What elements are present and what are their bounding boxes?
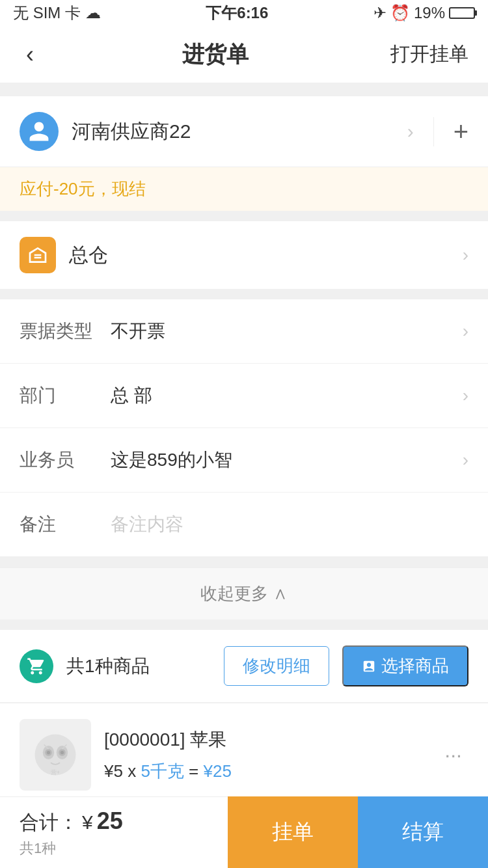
status-bar: 无 SIM 卡 ☁ 下午6:16 ✈ ⏰ 19% (0, 0, 488, 26)
product-price: ¥5 x 5千克 = ¥25 (104, 760, 425, 783)
product-count-icon (20, 649, 53, 683)
total-sub: 共1种 (20, 839, 208, 858)
product-header: 共1种商品 修改明细 选择商品 (0, 630, 488, 702)
product-code: [0000001] (104, 729, 185, 750)
battery-icon (449, 7, 475, 19)
total-label: 合计： (20, 809, 78, 836)
svg-point-5 (47, 751, 50, 754)
remark-input[interactable]: 备注内容 (98, 512, 468, 537)
select-product-button[interactable]: 选择商品 (342, 645, 468, 686)
hang-button[interactable]: 挂单 (228, 796, 358, 868)
product-thumb-inner: 营+ (29, 729, 81, 781)
add-supplier-button[interactable]: + (433, 117, 468, 146)
sales-rep-label: 业务员 (20, 448, 98, 472)
warehouse-section: 总仓 › (0, 221, 488, 289)
open-hang-button[interactable]: 打开挂单 (390, 41, 468, 68)
product-more-button[interactable]: ··· (438, 737, 468, 774)
edit-detail-button[interactable]: 修改明细 (224, 646, 329, 686)
invoice-type-label: 票据类型 (20, 319, 98, 344)
divider-top (0, 83, 488, 96)
total-main: 合计： ¥ 25 (20, 807, 208, 836)
product-thumbnail: 营+ (20, 719, 91, 791)
multiply-sign: x (128, 761, 141, 781)
sales-rep-value: 这是859的小智 (98, 448, 463, 472)
person-icon (27, 120, 51, 143)
status-time: 下午6:16 (206, 3, 268, 23)
department-value: 总 部 (98, 383, 463, 408)
product-qty: 5千克 (141, 761, 183, 781)
notice-bar: 应付-20元，现结 (0, 167, 488, 211)
checkout-button[interactable]: 结算 (358, 796, 488, 868)
product-title: 苹果 (190, 729, 226, 750)
product-info: [0000001] 苹果 ¥5 x 5千克 = ¥25 (104, 727, 425, 783)
product-count-text: 共1种商品 (66, 654, 211, 679)
supplier-row[interactable]: 河南供应商22 › + (0, 96, 488, 167)
product-item: 营+ [0000001] 苹果 ¥5 x 5千克 = ¥25 ··· (0, 703, 488, 806)
cart-icon (27, 657, 46, 676)
owl-logo-icon: 营+ (33, 732, 78, 778)
svg-point-6 (61, 751, 64, 754)
invoice-type-chevron: › (463, 321, 468, 342)
nav-bar: ‹ 进货单 打开挂单 (0, 26, 488, 83)
equal-sign: = (189, 761, 203, 781)
select-product-icon (362, 659, 376, 673)
svg-text:营+: 营+ (51, 769, 60, 776)
status-left: 无 SIM 卡 ☁ (13, 3, 101, 23)
warehouse-row[interactable]: 总仓 › (0, 221, 488, 289)
warehouse-svg (27, 245, 48, 265)
supplier-name: 河南供应商22 (72, 118, 407, 145)
department-label: 部门 (20, 383, 98, 408)
total-amount: 25 (97, 807, 123, 835)
back-button[interactable]: ‹ (20, 34, 40, 75)
product-total: ¥25 (204, 761, 232, 781)
warehouse-chevron-icon: › (463, 245, 468, 265)
bottom-bar: 合计： ¥ 25 共1种 挂单 结算 (0, 796, 488, 868)
department-row[interactable]: 部门 总 部 › (0, 364, 488, 428)
supplier-chevron-icon: › (407, 120, 414, 142)
sim-status: 无 SIM 卡 ☁ (13, 3, 101, 23)
warehouse-icon (20, 237, 56, 273)
location-icon: ✈ (373, 4, 386, 22)
product-name: [0000001] 苹果 (104, 727, 425, 752)
department-chevron: › (463, 385, 468, 406)
remark-row[interactable]: 备注 备注内容 (0, 493, 488, 557)
page-title: 进货单 (182, 40, 249, 70)
invoice-type-value: 不开票 (98, 319, 463, 344)
form-section: 票据类型 不开票 › 部门 总 部 › 业务员 这是859的小智 › 备注 备注… (0, 299, 488, 557)
alarm-icon: ⏰ (390, 4, 410, 22)
status-right: ✈ ⏰ 19% (373, 4, 475, 22)
total-symbol: ¥ (82, 811, 93, 834)
select-product-label: 选择商品 (381, 655, 449, 677)
invoice-type-row[interactable]: 票据类型 不开票 › (0, 299, 488, 364)
collapse-bar[interactable]: 收起更多 ∧ (0, 567, 488, 619)
warehouse-name: 总仓 (69, 242, 463, 269)
supplier-section: 河南供应商22 › + 应付-20元，现结 (0, 96, 488, 211)
unit-price: ¥5 (104, 761, 123, 781)
supplier-avatar (20, 112, 59, 151)
sales-rep-chevron: › (463, 450, 468, 470)
sales-rep-row[interactable]: 业务员 这是859的小智 › (0, 428, 488, 493)
total-area: 合计： ¥ 25 共1种 (0, 796, 228, 868)
battery-percent: 19% (414, 4, 445, 22)
remark-label: 备注 (20, 512, 98, 537)
